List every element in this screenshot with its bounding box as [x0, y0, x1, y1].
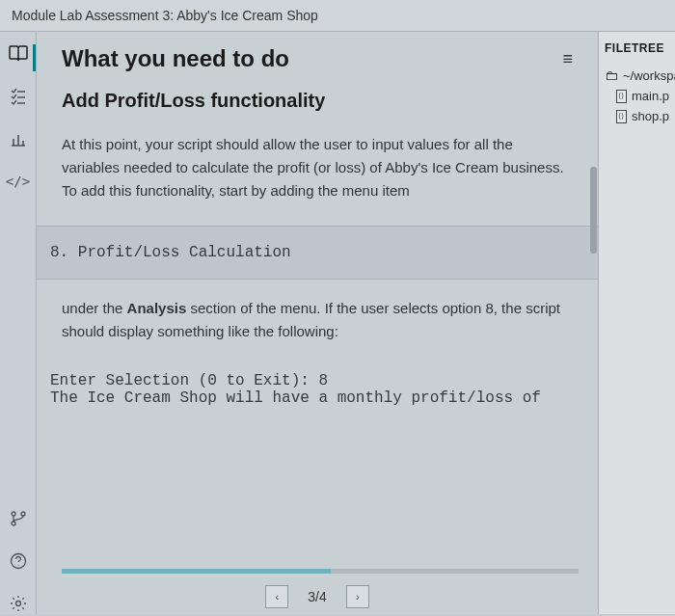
file-tree-title: FILETREE — [605, 41, 669, 55]
pager: ‹ 3/4 › — [37, 585, 598, 608]
book-icon[interactable] — [8, 43, 29, 65]
svg-point-0 — [12, 512, 15, 516]
file-tree-folder[interactable]: 🗀 ~/workspa — [605, 65, 669, 86]
branch-icon[interactable] — [8, 508, 29, 529]
svg-point-1 — [12, 522, 15, 525]
window-title: Module Lab Assessment 3: Abby's Ice Crea… — [0, 0, 675, 32]
chart-icon[interactable] — [8, 128, 29, 149]
paragraph-2: under the Analysis section of the menu. … — [62, 297, 573, 343]
help-icon[interactable] — [8, 550, 29, 572]
code-icon[interactable]: </> — [8, 171, 29, 192]
file-icon: ⟨⟩ — [616, 110, 627, 123]
file-tree-item[interactable]: ⟨⟩ shop.p — [605, 106, 669, 126]
instructions-panel: What you need to do ≡ Add Profit/Loss fu… — [37, 32, 598, 614]
file-tree-panel: FILETREE 🗀 ~/workspa ⟨⟩ main.p ⟨⟩ shop.p — [598, 32, 675, 614]
workspace: </> What you need to do ≡ Add Profit/Los… — [0, 32, 675, 614]
file-tree-item[interactable]: ⟨⟩ main.p — [605, 86, 669, 106]
icon-rail: </> — [0, 32, 37, 614]
gear-icon[interactable] — [8, 593, 29, 614]
paragraph-1: At this point, your script should allow … — [62, 133, 573, 202]
checklist-icon[interactable] — [8, 86, 29, 107]
pager-prev-button[interactable]: ‹ — [265, 585, 288, 608]
pager-label: 3/4 — [308, 589, 326, 604]
hamburger-icon[interactable]: ≡ — [562, 49, 573, 69]
code-block-2: Enter Selection (0 to Exit): 8 The Ice C… — [37, 366, 598, 413]
svg-point-2 — [21, 512, 25, 516]
folder-icon: 🗀 — [605, 67, 618, 83]
svg-point-4 — [15, 602, 20, 606]
pager-next-button[interactable]: › — [346, 585, 369, 608]
file-icon: ⟨⟩ — [616, 90, 627, 103]
section-heading: Add Profit/Loss functionality — [62, 90, 573, 112]
code-block-1: 8. Profit/Loss Calculation — [37, 226, 598, 280]
progress-bar — [62, 569, 579, 574]
page-heading: What you need to do — [62, 45, 289, 72]
scrollbar[interactable] — [588, 32, 598, 614]
rail-active-indicator — [33, 44, 36, 71]
scrollbar-thumb[interactable] — [590, 167, 597, 254]
